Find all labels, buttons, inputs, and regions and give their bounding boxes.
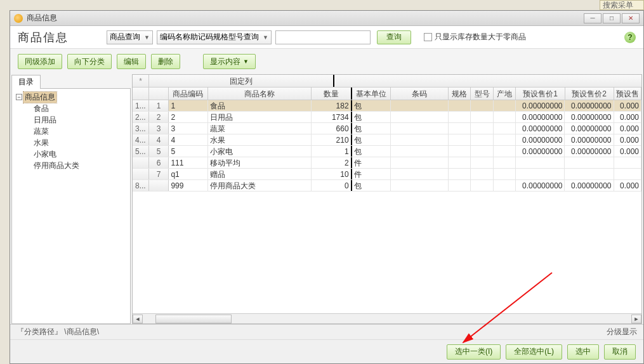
help-icon[interactable]: ? [624,32,636,43]
cell-price3 [614,169,641,179]
add-sibling-button[interactable]: 同级添加 [18,54,62,69]
collapse-icon[interactable]: − [16,94,22,100]
table-row[interactable]: 4...44水果210包0.000000000.000000000.000 [133,134,641,146]
table-row[interactable]: 2...22日用品1734包0.000000000.000000000.000 [133,112,641,123]
cell-origin [494,169,516,179]
tree-root[interactable]: − 商品信息 [13,91,129,103]
col-model[interactable]: 型号 [471,88,494,100]
cell-price3: 0.000 [614,134,641,145]
table-row[interactable]: 3...33蔬菜660包0.000000000.000000000.000 [133,123,641,134]
row-idx [133,157,149,168]
cell-model [471,123,494,134]
cell-price3: 0.000 [614,100,641,111]
search-field-dropdown[interactable]: 编码名称助记码规格型号查询 ▼ [157,30,272,44]
col-spec[interactable]: 规格 [449,88,471,100]
scroll-left-button[interactable]: ◄ [133,315,143,323]
table-row[interactable]: 7q1赠品10件 [133,169,641,180]
cell-unit: 件 [352,157,391,168]
cell-name: 水果 [208,134,312,145]
sidebar: 目录 − 商品信息 食品日用品蔬菜水果小家电停用商品大类 [11,74,131,324]
cell-model [471,134,494,145]
horizontal-scrollbar[interactable]: ◄ ► [133,313,641,323]
query-button[interactable]: 查询 [377,30,411,44]
edit-button[interactable]: 编辑 [117,54,146,69]
table-row[interactable]: 8...999停用商品大类0包0.000000000.000000000.000 [133,180,641,192]
tree-node[interactable]: 食品 [13,103,129,114]
col-name[interactable]: 商品名称 [208,88,312,100]
delete-button[interactable]: 删除 [151,54,180,69]
minimize-button[interactable]: ─ [584,13,601,23]
add-child-button[interactable]: 向下分类 [67,54,112,69]
maximize-button[interactable]: □ [603,13,621,23]
cell-price1: 0.00000000 [516,146,565,157]
titlebar: 商品信息 ─ □ ✕ [10,11,643,26]
col-unit[interactable]: 基本单位 [352,88,391,100]
cell-spec [449,100,471,111]
close-button[interactable]: ✕ [622,13,640,23]
row-no: 3 [149,123,169,134]
table-row[interactable]: 6111移动平均2件 [133,157,641,169]
cell-unit: 包 [352,146,391,157]
stock-gt-zero-checkbox[interactable] [424,33,432,41]
cell-model [471,157,494,168]
cell-qty: 2 [312,157,352,168]
cell-qty: 660 [312,123,352,134]
cell-price1 [516,157,565,168]
col-barcode[interactable]: 条码 [391,88,449,100]
cell-qty: 210 [312,134,352,145]
cell-spec [449,146,471,157]
grid-body[interactable]: 1...11食品182包0.000000000.000000000.0002..… [133,100,641,313]
cell-origin [494,157,516,168]
cell-model [471,169,494,179]
cell-spec [449,157,471,168]
table-row[interactable]: 5...55小家电1包0.000000000.000000000.000 [133,146,641,157]
cell-code: 4 [169,134,207,145]
cell-unit: 包 [352,112,391,122]
cell-spec [449,112,471,122]
scroll-thumb[interactable] [155,315,232,323]
select-category-button[interactable]: 选中一类(I) [447,344,501,360]
tree-node[interactable]: 日用品 [13,114,129,126]
col-origin[interactable]: 产地 [494,88,516,100]
show-content-button[interactable]: 显示内容 ▼ [203,54,256,69]
cancel-button[interactable]: 取消 [604,344,636,360]
row-idx: 5... [133,146,149,157]
search-bar: 商品信息 商品查询 ▼ 编码名称助记码规格型号查询 ▼ 查询 只显示库存数量大于… [10,26,643,49]
cell-origin [494,180,516,191]
row-selector-col: * [133,75,149,87]
cell-price2: 0.00000000 [565,180,614,191]
col-price3[interactable]: 预设售 [614,88,641,100]
tree-root-label: 商品信息 [23,92,56,103]
page-title: 商品信息 [18,30,69,45]
sidebar-tabstrip: 目录 [11,74,131,88]
table-row[interactable]: 1...11食品182包0.000000000.000000000.000 [133,100,641,112]
cell-price3 [614,157,641,168]
search-mode-dropdown[interactable]: 商品查询 ▼ [107,30,153,44]
cell-qty: 182 [312,100,352,111]
scroll-track[interactable] [143,315,631,323]
tree-node[interactable]: 水果 [13,137,129,148]
col-code[interactable]: 商品编码 [169,88,207,100]
cell-unit: 件 [352,169,391,179]
scroll-right-button[interactable]: ► [631,315,641,323]
tree-node[interactable]: 停用商品大类 [13,160,129,171]
cell-price1: 0.00000000 [516,180,565,191]
stock-gt-zero-label: 只显示库存数量大于零商品 [435,32,526,42]
col-qty[interactable]: 数量 [312,88,352,100]
col-price2[interactable]: 预设售价2 [565,88,614,100]
cell-price3: 0.000 [614,123,641,134]
tree-node[interactable]: 蔬菜 [13,126,129,137]
row-idx: 4... [133,134,149,145]
cell-model [471,146,494,157]
tree-node[interactable]: 小家电 [13,148,129,160]
col-price1[interactable]: 预设售价1 [516,88,565,100]
cell-code: 3 [169,123,207,134]
cell-unit: 包 [352,123,391,134]
category-tree[interactable]: − 商品信息 食品日用品蔬菜水果小家电停用商品大类 [11,88,131,324]
search-input[interactable] [275,30,371,44]
select-button[interactable]: 选中 [567,344,599,360]
tab-directory[interactable]: 目录 [11,75,41,89]
row-no: 6 [149,157,169,168]
select-all-button[interactable]: 全部选中(L) [506,344,562,360]
level-display-toggle[interactable]: 分级显示 [607,327,637,337]
